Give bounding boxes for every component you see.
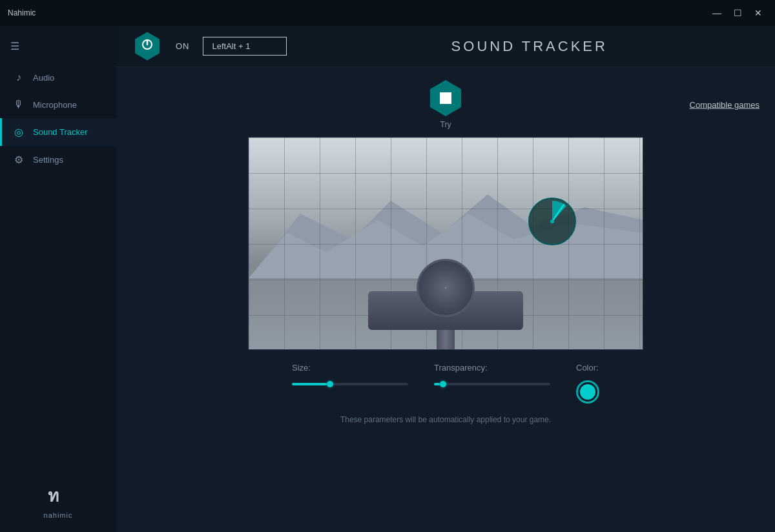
color-picker-button[interactable]: [576, 380, 599, 404]
color-control: Color:: [576, 363, 599, 404]
size-slider-thumb[interactable]: [327, 381, 333, 387]
game-preview: [248, 137, 643, 350]
title-bar: Nahimic — ☐ ✕: [0, 0, 775, 26]
audio-icon: ♪: [12, 72, 25, 83]
transparency-label: Transparency:: [434, 363, 550, 373]
sidebar-label-settings: Settings: [33, 155, 63, 165]
size-control: Size:: [292, 363, 408, 385]
sound-tracker-indicator: [526, 196, 578, 247]
compatible-games-link[interactable]: Compatible games: [690, 100, 760, 110]
svg-point-7: [550, 220, 554, 223]
sidebar-logo: ท nahimic: [0, 468, 116, 532]
main-content: ON LeftAlt + 1 SOUND TRACKER Try Compati…: [116, 26, 775, 532]
svg-text:ท: ท: [48, 487, 59, 506]
close-button[interactable]: ✕: [749, 4, 767, 22]
hotkey-display[interactable]: LeftAlt + 1: [203, 37, 287, 56]
microphone-icon: 🎙: [12, 99, 25, 110]
sidebar-item-microphone[interactable]: 🎙 Microphone: [0, 91, 116, 118]
power-state-label: ON: [176, 41, 190, 51]
sidebar-label-audio: Audio: [33, 73, 54, 83]
logo-symbol: ท: [45, 481, 71, 510]
page-title: SOUND TRACKER: [300, 38, 760, 55]
app-body: ☰ ♪ Audio 🎙 Microphone ◎ Sound Tracker ⚙…: [0, 26, 775, 532]
size-label: Size:: [292, 363, 408, 373]
scope-circle: [417, 259, 475, 317]
auto-apply-message: These parameters will be automatically a…: [340, 415, 551, 424]
maximize-button[interactable]: ☐: [728, 4, 747, 22]
sidebar-label-microphone: Microphone: [33, 100, 77, 110]
sidebar-item-audio[interactable]: ♪ Audio: [0, 64, 116, 91]
content-area: Try Compatible games: [116, 67, 775, 532]
transparency-slider-fill: [434, 383, 440, 385]
color-swatch: [580, 384, 595, 400]
sidebar-item-sound-tracker[interactable]: ◎ Sound Tracker: [0, 118, 116, 146]
try-label: Try: [440, 120, 451, 129]
size-slider-fill: [292, 383, 327, 385]
title-bar-left: Nahimic: [8, 8, 36, 17]
power-icon: [141, 38, 154, 54]
sound-tracker-icon: ◎: [12, 126, 25, 138]
try-button[interactable]: [428, 80, 464, 116]
color-label: Color:: [576, 363, 599, 373]
power-hexagon: [133, 32, 161, 61]
minimize-button[interactable]: —: [708, 4, 726, 22]
settings-icon: ⚙: [12, 154, 25, 166]
sidebar: ☰ ♪ Audio 🎙 Microphone ◎ Sound Tracker ⚙…: [0, 26, 116, 532]
logo-text: nahimic: [44, 511, 73, 519]
top-bar: ON LeftAlt + 1 SOUND TRACKER: [116, 26, 775, 67]
power-button[interactable]: [132, 31, 163, 62]
controls-row: Size: Transparency: Color:: [292, 363, 599, 404]
sidebar-label-sound-tracker: Sound Tracker: [33, 127, 88, 137]
hamburger-menu[interactable]: ☰: [0, 34, 116, 59]
size-slider[interactable]: [292, 383, 408, 385]
try-hex-inner: [440, 92, 451, 104]
transparency-slider-thumb[interactable]: [440, 381, 446, 387]
app-title: Nahimic: [8, 8, 36, 17]
transparency-control: Transparency:: [434, 363, 550, 385]
sidebar-item-settings[interactable]: ⚙ Settings: [0, 146, 116, 174]
transparency-slider[interactable]: [434, 383, 550, 385]
window-controls: — ☐ ✕: [708, 4, 767, 22]
try-section: Try Compatible games: [132, 80, 760, 129]
